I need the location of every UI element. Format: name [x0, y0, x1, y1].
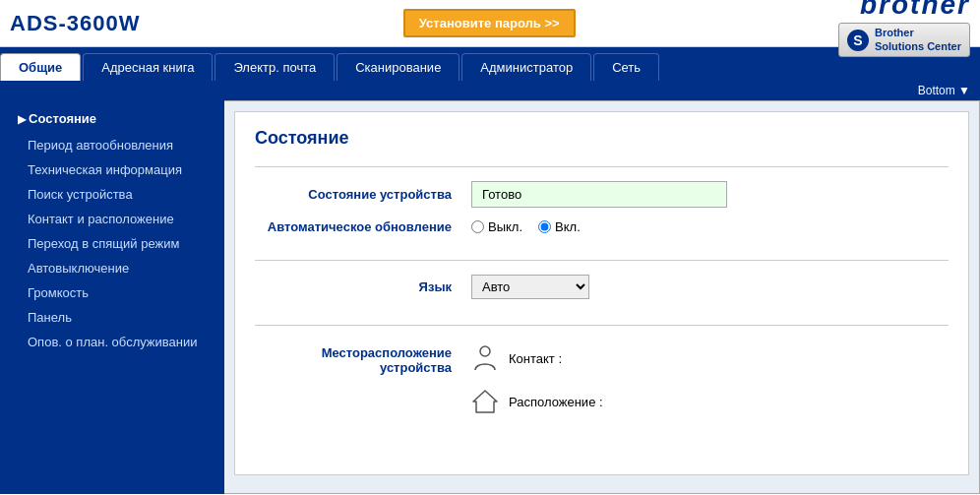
- location-sub-row: Расположение :: [471, 387, 949, 416]
- sidebar-item-status[interactable]: Состояние: [0, 104, 224, 133]
- solutions-center-button[interactable]: S BrotherSolutions Center: [838, 23, 970, 56]
- header: ADS-3600W Установите пароль >> brother S…: [0, 0, 980, 47]
- device-status-label: Состояние устройства: [255, 187, 471, 202]
- location-fields: Контакт : Расположение :: [471, 340, 949, 416]
- content-inner: Состояние Состояние устройства Готово Ав…: [234, 111, 969, 475]
- auto-update-value: Выкл. Вкл.: [471, 219, 949, 234]
- language-section: Язык Авто English Русский Deutsch França…: [255, 260, 949, 325]
- tab-address-book[interactable]: Адресная книга: [83, 53, 213, 81]
- content-area: Состояние Состояние устройства Готово Ав…: [224, 100, 980, 494]
- sidebar-item-panel[interactable]: Панель: [0, 305, 224, 330]
- radio-on-label[interactable]: Вкл.: [538, 219, 581, 234]
- nav-tabs: Общие Адресная книга Электр. почта Скани…: [0, 47, 980, 81]
- sidebar-item-auto-off[interactable]: Автовыключение: [0, 256, 224, 280]
- sidebar-item-find-device[interactable]: Поиск устройства: [0, 182, 224, 207]
- tab-network[interactable]: Сеть: [593, 53, 659, 81]
- status-box: Готово: [471, 181, 727, 208]
- radio-off[interactable]: [471, 220, 484, 233]
- brand-area: brother S BrotherSolutions Center: [838, 0, 970, 57]
- device-status-row: Состояние устройства Готово: [255, 181, 949, 208]
- location-sub-label: Расположение :: [509, 395, 603, 409]
- content-title: Состояние: [255, 128, 949, 149]
- location-section-inner: Контакт : Расположение :: [471, 340, 949, 416]
- tab-scan[interactable]: Сканирование: [337, 53, 459, 81]
- language-select[interactable]: Авто English Русский Deutsch Français: [471, 275, 589, 299]
- svg-point-0: [480, 346, 490, 356]
- brother-logo: brother: [860, 0, 970, 21]
- device-status-section: Состояние устройства Готово Автоматическ…: [255, 166, 949, 260]
- auto-update-row: Автоматическое обновление Выкл. Вкл.: [255, 219, 949, 234]
- contact-label: Контакт :: [509, 351, 562, 366]
- sidebar-item-contact-location[interactable]: Контакт и расположение: [0, 207, 224, 231]
- set-password-button[interactable]: Установите пароль >>: [403, 9, 576, 37]
- tab-admin[interactable]: Администратор: [461, 53, 591, 81]
- sidebar-item-volume[interactable]: Громкость: [0, 280, 224, 305]
- tab-email[interactable]: Электр. почта: [214, 53, 335, 81]
- radio-on[interactable]: [538, 220, 551, 233]
- auto-update-label: Автоматическое обновление: [255, 219, 471, 234]
- device-status-value: Готово: [471, 181, 949, 208]
- language-row: Язык Авто English Русский Deutsch França…: [255, 275, 949, 299]
- location-label: Месторасположение устройства: [255, 340, 471, 375]
- solutions-icon: S: [847, 30, 869, 51]
- house-icon: [471, 387, 499, 416]
- radio-off-text: Выкл.: [488, 219, 522, 234]
- location-section: Месторасположение устройства: [255, 325, 949, 434]
- radio-off-label[interactable]: Выкл.: [471, 219, 522, 234]
- svg-marker-1: [473, 391, 497, 412]
- sidebar-item-tech-info[interactable]: Техническая информация: [0, 157, 224, 182]
- contact-row: Контакт :: [471, 343, 949, 373]
- language-label: Язык: [255, 279, 471, 294]
- tab-general[interactable]: Общие: [0, 53, 81, 81]
- sidebar-item-sleep[interactable]: Переход в спящий режим: [0, 231, 224, 256]
- solutions-center-label: BrotherSolutions Center: [875, 27, 961, 52]
- location-row: Месторасположение устройства: [255, 340, 949, 416]
- person-icon: [471, 343, 499, 373]
- radio-on-text: Вкл.: [555, 219, 581, 234]
- sidebar-item-auto-update[interactable]: Период автообновления: [0, 133, 224, 157]
- sidebar: Состояние Период автообновления Техничес…: [0, 100, 224, 494]
- bottom-bar[interactable]: Bottom ▼: [0, 81, 980, 100]
- page-title: ADS-3600W: [10, 11, 140, 36]
- sidebar-item-maintenance[interactable]: Опов. о план. обслуживании: [0, 330, 224, 354]
- language-value: Авто English Русский Deutsch Français: [471, 275, 949, 299]
- main-layout: Состояние Период автообновления Техничес…: [0, 100, 980, 494]
- radio-group: Выкл. Вкл.: [471, 219, 949, 234]
